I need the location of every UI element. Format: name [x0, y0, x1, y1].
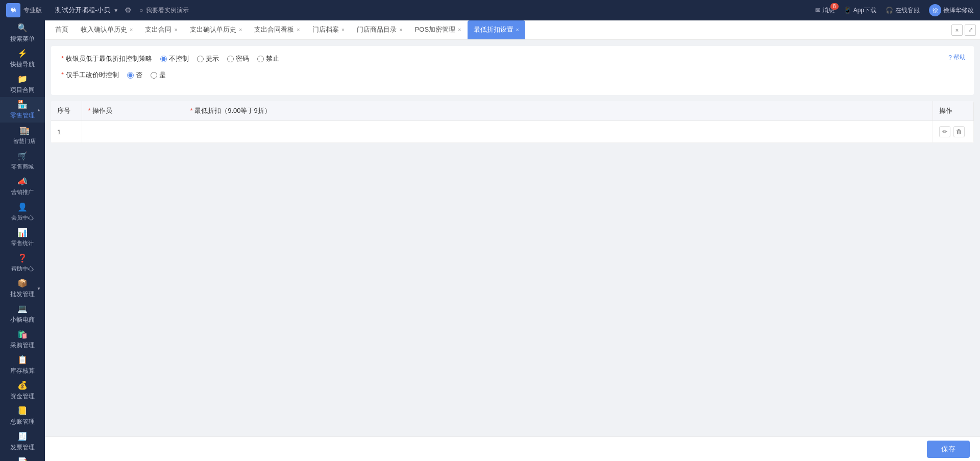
- sidebar-item-project[interactable]: 📁 项目合同: [0, 71, 45, 97]
- finance-icon: 💰: [17, 380, 28, 390]
- radio-password-input[interactable]: [227, 56, 234, 62]
- sidebar-item-ecommerce[interactable]: 💻 小畅电商: [0, 301, 45, 327]
- sidebar-item-label: 零售商城: [11, 163, 34, 171]
- tab-close-icon[interactable]: ×: [516, 27, 519, 33]
- radio-hint[interactable]: 提示: [197, 54, 219, 63]
- settings-icon[interactable]: ⚙: [125, 6, 131, 15]
- radio-forbid-input[interactable]: [257, 56, 264, 62]
- tab-label: 最低折扣设置: [474, 25, 513, 34]
- discount-table-section: 序号 操作员 最低折扣（9.00等于9折） 操作 1: [51, 101, 974, 143]
- manual-control-radio-group: 否 是: [127, 70, 166, 80]
- radio-forbid[interactable]: 禁止: [257, 54, 279, 63]
- sidebar-item-ledger[interactable]: 📒 总账管理: [0, 403, 45, 429]
- tab-close-icon[interactable]: ×: [341, 27, 345, 33]
- message-button[interactable]: ✉ 消息 8: [815, 6, 835, 15]
- sidebar-item-finance[interactable]: 💰 资金管理: [0, 378, 45, 403]
- manual-control-label: 仅手工改价时控制: [61, 70, 119, 80]
- delete-icon[interactable]: 🗑: [953, 126, 965, 137]
- tab-close-icon[interactable]: ×: [174, 27, 177, 33]
- sidebar-item-wholesale[interactable]: 📦 批发管理: [0, 276, 45, 301]
- help-icon: ❓: [17, 253, 28, 263]
- bottom-bar: 保存: [45, 436, 980, 461]
- discount-strategy-row: 收银员低于最低折扣控制策略 不控制 提示 密码: [61, 54, 964, 63]
- radio-hint-input[interactable]: [197, 56, 204, 62]
- retail-icon: 🏪: [17, 100, 28, 109]
- stats-icon: 📊: [17, 228, 28, 237]
- tab-payment-board[interactable]: 支出合同看板 ×: [248, 20, 306, 40]
- tab-pos-password[interactable]: POS加密管理 ×: [409, 20, 468, 40]
- message-badge: 8: [830, 3, 839, 10]
- sidebar-item-label: 库存核算: [10, 367, 35, 375]
- tab-close-icon[interactable]: ×: [399, 27, 402, 33]
- inventory-icon: 📋: [17, 355, 28, 365]
- radio-password[interactable]: 密码: [227, 54, 249, 63]
- tab-close-icon[interactable]: ×: [458, 27, 461, 33]
- tab-close-icon[interactable]: ×: [130, 27, 133, 33]
- tab-label: POS加密管理: [415, 25, 455, 34]
- sidebar-item-member[interactable]: 👤 会员中心: [0, 199, 45, 225]
- save-button[interactable]: 保存: [927, 441, 970, 458]
- sidebar-item-retail[interactable]: 🏪 零售管理: [0, 97, 45, 123]
- message-icon: ✉: [815, 7, 820, 14]
- top-bar: 畅 专业版 测试分开项程-小贝 ▼ ⚙ ○ 我要看实例演示 ✉ 消息 8 📱 A…: [0, 0, 980, 20]
- operator-input[interactable]: [88, 128, 178, 136]
- cell-operator[interactable]: [82, 121, 184, 143]
- sidebar-item-online-shop[interactable]: 🛒 零售商城: [0, 148, 45, 174]
- ledger-icon: 📒: [17, 406, 28, 416]
- app-download-button[interactable]: 📱 App下载: [844, 6, 876, 15]
- tab-label: 门店档案: [312, 25, 339, 34]
- main-layout: 🔍 搜索菜单 ⚡ 快捷导航 📁 项目合同 🏪 零售管理 🏬 智慧门店 🛒 零售商…: [0, 20, 980, 461]
- radio-no-input[interactable]: [127, 72, 134, 79]
- project-selector[interactable]: 测试分开项程-小贝 ▼: [51, 6, 122, 15]
- download-icon: 📱: [844, 7, 851, 14]
- radio-password-label: 密码: [236, 54, 249, 63]
- edit-icon[interactable]: ✏: [939, 126, 950, 137]
- sidebar-item-tax[interactable]: 📑 税务管理: [0, 454, 45, 461]
- demo-link[interactable]: ○ 我要看实例演示: [139, 6, 188, 15]
- sidebar-item-invoice[interactable]: 🧾 发票管理: [0, 429, 45, 454]
- min-discount-input[interactable]: [190, 128, 927, 136]
- cell-seq: 1: [51, 121, 82, 143]
- col-header-seq: 序号: [51, 101, 82, 121]
- sidebar-item-stats[interactable]: 📊 零售统计: [0, 225, 45, 250]
- sidebar-item-help[interactable]: ❓ 帮助中心: [0, 250, 45, 276]
- tab-close-icon[interactable]: ×: [239, 27, 242, 33]
- radio-yes-input[interactable]: [151, 72, 157, 79]
- tab-payment-contract[interactable]: 支出合同 ×: [139, 20, 183, 40]
- radio-no-control-input[interactable]: [160, 56, 167, 62]
- close-tab-button[interactable]: ×: [951, 25, 963, 36]
- help-button[interactable]: ? 帮助: [948, 53, 966, 62]
- radio-forbid-label: 禁止: [266, 54, 279, 63]
- tab-label: 支出确认单历史: [190, 25, 236, 34]
- sidebar-item-label: 批发管理: [10, 290, 35, 299]
- help-label: 帮助: [953, 53, 966, 62]
- tab-close-icon[interactable]: ×: [297, 27, 300, 33]
- radio-yes[interactable]: 是: [151, 70, 166, 80]
- user-menu-button[interactable]: 徐 徐泽华修改: [929, 4, 974, 16]
- sidebar-item-marketing[interactable]: 📣 营销推广: [0, 174, 45, 199]
- tab-min-discount[interactable]: 最低折扣设置 ×: [468, 20, 525, 40]
- radio-no-control[interactable]: 不控制: [160, 54, 189, 63]
- content-area: 首页 收入确认单历史 × 支出合同 × 支出确认单历史 × 支出合同看板 × 门…: [45, 20, 980, 461]
- tab-payment-history[interactable]: 支出确认单历史 ×: [184, 20, 248, 40]
- tab-store-archive[interactable]: 门店档案 ×: [306, 20, 351, 40]
- sidebar-item-label: 会员中心: [11, 214, 34, 222]
- cell-min-discount[interactable]: [184, 121, 933, 143]
- sidebar-item-purchase[interactable]: 🛍️ 采购管理: [0, 327, 45, 352]
- tab-home[interactable]: 首页: [49, 20, 75, 40]
- sidebar-item-shortcut[interactable]: ⚡ 快捷导航: [0, 46, 45, 71]
- expand-tab-button[interactable]: ⤢: [965, 25, 976, 36]
- customer-service-button[interactable]: 🎧 在线客服: [886, 6, 920, 15]
- sidebar-item-label: 搜索菜单: [10, 35, 35, 43]
- tab-store-catalog[interactable]: 门店商品目录 ×: [351, 20, 408, 40]
- sidebar-item-search[interactable]: 🔍 搜索菜单: [0, 20, 45, 46]
- radio-no[interactable]: 否: [127, 70, 142, 80]
- sidebar-item-inventory[interactable]: 📋 库存核算: [0, 352, 45, 378]
- sidebar-item-smart-store[interactable]: 🏬 智慧门店: [0, 123, 45, 148]
- header-actions: ✉ 消息 8 📱 App下载 🎧 在线客服 徐 徐泽华修改: [815, 4, 974, 16]
- logo-icon: 畅: [6, 3, 20, 17]
- customer-service-label: 在线客服: [895, 6, 920, 15]
- tab-income-history[interactable]: 收入确认单历史 ×: [75, 20, 139, 40]
- table-header-row: 序号 操作员 最低折扣（9.00等于9折） 操作: [51, 101, 974, 121]
- app-logo: 畅 专业版: [6, 3, 51, 17]
